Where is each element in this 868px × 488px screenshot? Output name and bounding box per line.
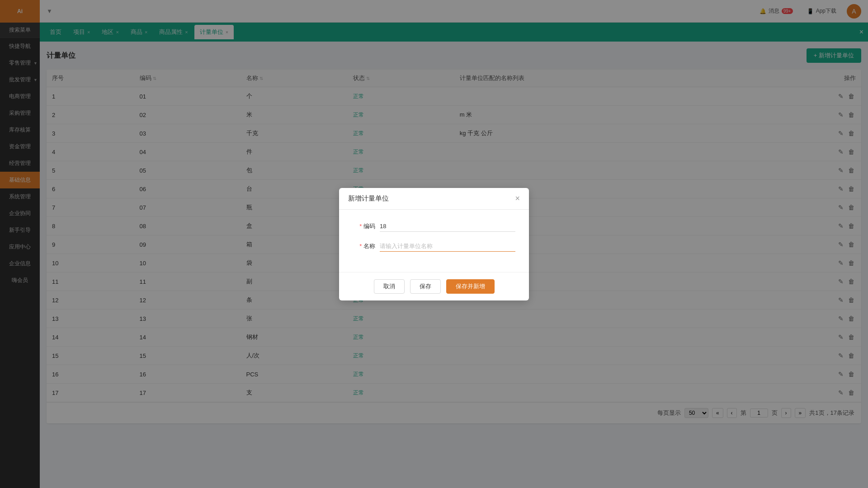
save-button[interactable]: 保存 [410, 279, 441, 294]
name-label: 名称 [353, 242, 375, 250]
modal-title: 新增计量单位 [348, 194, 389, 203]
modal-body: 编码 名称 [339, 210, 529, 272]
code-input[interactable] [380, 221, 515, 232]
code-label: 编码 [353, 222, 375, 230]
modal-footer: 取消 保存 保存并新增 [339, 272, 529, 300]
cancel-button[interactable]: 取消 [374, 279, 405, 294]
name-input[interactable] [380, 241, 515, 252]
name-form-item: 名称 [353, 241, 515, 252]
code-form-item: 编码 [353, 221, 515, 232]
save-continue-button[interactable]: 保存并新增 [446, 279, 495, 294]
add-unit-modal: 新增计量单位 × 编码 名称 取消 保存 保存并新增 [339, 188, 529, 300]
modal-header: 新增计量单位 × [339, 188, 529, 210]
modal-overlay: 新增计量单位 × 编码 名称 取消 保存 保存并新增 [0, 0, 868, 488]
modal-close-button[interactable]: × [515, 194, 520, 202]
